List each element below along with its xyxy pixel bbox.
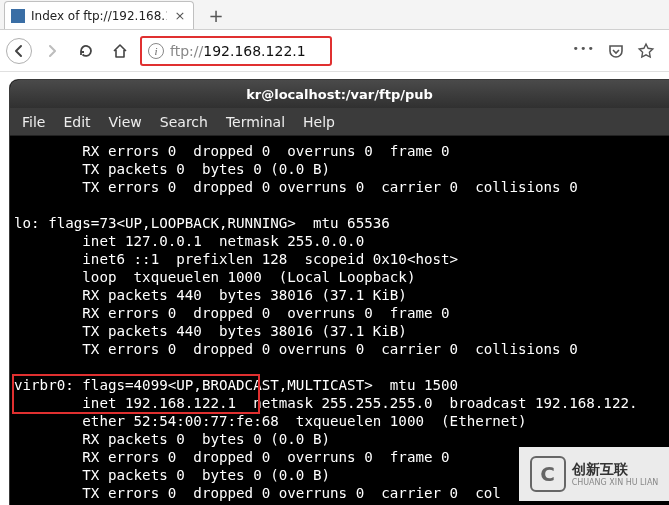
terminal-titlebar[interactable]: kr@localhost:/var/ftp/pub [10, 80, 669, 108]
menu-search[interactable]: Search [160, 114, 208, 130]
watermark-text-1: 创新互联 [572, 461, 659, 478]
tab-title: Index of ftp://192.168.12 [31, 9, 167, 23]
terminal-title-text: kr@localhost:/var/ftp/pub [246, 87, 433, 102]
back-button[interactable] [6, 38, 32, 64]
browser-tabbar: Index of ftp://192.168.12 × + [0, 0, 669, 30]
new-tab-button[interactable]: + [202, 1, 230, 29]
watermark: C 创新互联 CHUANG XIN HU LIAN [519, 447, 669, 501]
page-actions-button[interactable]: ••• [573, 42, 595, 60]
forward-button[interactable] [38, 37, 66, 65]
terminal-menubar: File Edit View Search Terminal Help [10, 108, 669, 136]
watermark-text-2: CHUANG XIN HU LIAN [572, 478, 659, 488]
home-button[interactable] [106, 37, 134, 65]
browser-navbar: i ftp://192.168.122.1 ••• [0, 30, 669, 72]
menu-view[interactable]: View [109, 114, 142, 130]
reload-button[interactable] [72, 37, 100, 65]
menu-terminal[interactable]: Terminal [226, 114, 285, 130]
url-host: 192.168.122.1 [203, 43, 305, 59]
url-bar[interactable]: i ftp://192.168.122.1 [140, 36, 332, 66]
pocket-button[interactable] [607, 42, 625, 60]
url-scheme: ftp:// [170, 43, 203, 59]
menu-file[interactable]: File [22, 114, 45, 130]
terminal-window: kr@localhost:/var/ftp/pub File Edit View… [10, 80, 669, 505]
menu-edit[interactable]: Edit [63, 114, 90, 130]
tab-favicon [11, 9, 25, 23]
browser-tab[interactable]: Index of ftp://192.168.12 × [4, 1, 194, 29]
watermark-logo-icon: C [530, 456, 566, 492]
toolbar-right: ••• [573, 42, 663, 60]
site-info-icon[interactable]: i [148, 43, 164, 59]
bookmark-star-button[interactable] [637, 42, 655, 60]
tab-close-button[interactable]: × [173, 9, 187, 23]
menu-help[interactable]: Help [303, 114, 335, 130]
